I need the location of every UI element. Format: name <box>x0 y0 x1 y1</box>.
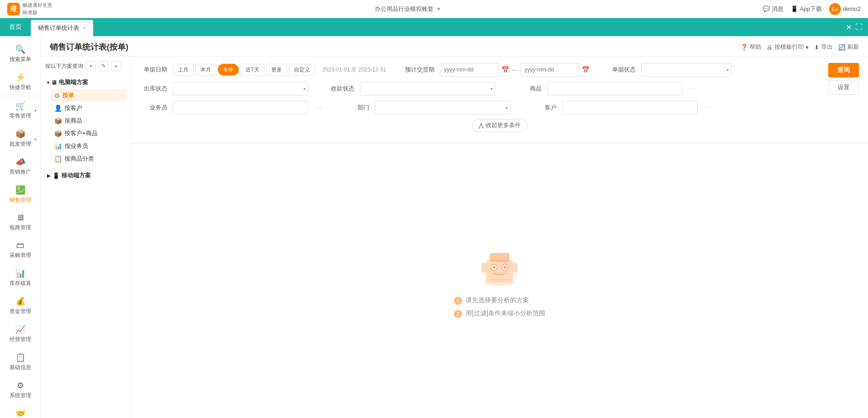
sidebar-item-corp[interactable]: 🤝 企业协同 <box>0 404 40 418</box>
delivery-select[interactable] <box>173 82 308 95</box>
sidebar-item-label: 系统管理 <box>9 392 31 399</box>
customer-label: 客户 <box>529 104 557 112</box>
panel-toolbar: 按以下方案查询 + ✎ « <box>45 61 126 71</box>
svg-rect-2 <box>490 253 509 262</box>
tree-pc-children: ⊙ 按单 👤 按客户 📦 按商品 📦 按客户+商品 <box>45 89 126 165</box>
collapse-btn[interactable]: ⋀ 收起更多条件 <box>472 119 528 132</box>
tree-group-pc: ▾ 🖥 电脑端方案 <box>45 76 126 89</box>
sidebar-item-ecom[interactable]: 🖥 电商管理 <box>0 209 40 236</box>
main-layout: 🔍 搜索菜单 ⚡ 快捷导航 🛒 零售管理 ▾ 📦 批发管理 ▴ 📣 营销推广 💹… <box>0 36 868 418</box>
page-actions: ❓ 帮助 🖨 按模板打印 ▾ ⬇ 导出 🔄 刷新 <box>741 43 859 51</box>
export-btn[interactable]: ⬇ 导出 <box>814 43 833 51</box>
basic-icon: 📋 <box>15 352 25 362</box>
page-header: 销售订单统计表(按单) ❓ 帮助 🖨 按模板打印 ▾ ⬇ 导出 🔄 刷新 <box>41 36 868 57</box>
payment-select[interactable] <box>360 82 495 95</box>
dept-select-wrap: ▾ <box>375 101 510 114</box>
message-btn[interactable]: 💬 消息 <box>763 5 783 13</box>
sidebar-item-label: 快捷导航 <box>9 84 31 91</box>
sidebar-item-basic[interactable]: 📋 基础信息 <box>0 348 40 376</box>
sidebar-item-search-menu[interactable]: 🔍 搜索菜单 <box>0 40 40 68</box>
retail-icon: 🛒 <box>15 101 25 111</box>
sidebar-item-system[interactable]: ⚙ 系统管理 <box>0 376 40 404</box>
dept-label: 部门 <box>342 104 369 112</box>
sidebar-item-retail[interactable]: 🛒 零售管理 ▾ <box>0 96 40 124</box>
salesman-input[interactable] <box>173 101 308 114</box>
ankehu-icon: 👤 <box>54 104 62 112</box>
sidebar-item-label: 批发管理 <box>9 140 31 148</box>
goods-input[interactable] <box>547 82 683 95</box>
calendar-icon-start: 📅 <box>501 66 509 73</box>
period-7days[interactable]: 近7天 <box>241 64 264 76</box>
ankehu-shangpin-icon: 📦 <box>54 130 62 137</box>
tree-item-anyewu[interactable]: 📊 按业务员 <box>51 140 126 152</box>
sidebar-item-label: 基础信息 <box>9 364 31 371</box>
user-menu[interactable]: Ea demo2 <box>829 3 861 15</box>
sidebar-item-quick-nav[interactable]: ⚡ 快捷导航 <box>0 68 40 96</box>
add-scheme-btn[interactable]: + <box>86 61 96 71</box>
sidebar-item-ops[interactable]: 📈 经营管理 <box>0 320 40 348</box>
help-btn[interactable]: ❓ 帮助 <box>741 43 761 51</box>
goods-more-icon[interactable]: ··· <box>688 85 698 93</box>
tab-active[interactable]: 销售订单统计表 × <box>31 20 93 36</box>
system-icon: ⚙ <box>17 380 24 390</box>
setting-button[interactable]: 设置 <box>828 80 859 95</box>
expected-date-end[interactable] <box>520 63 579 76</box>
refresh-btn[interactable]: 🔄 刷新 <box>838 43 859 51</box>
chevron-down-icon: ▾ <box>806 44 809 51</box>
tabbar-actions: ✕ ⛶ <box>846 23 868 32</box>
empty-tip-2: 2 用[过滤]条件来缩小分析范围 <box>454 309 545 318</box>
inner-layout: 按以下方案查询 + ✎ « ▾ 🖥 电脑端方案 ⊙ 按单 👤 <box>41 57 868 418</box>
logo-text: 畅捷通好生意 标准版 <box>23 2 52 16</box>
tree-item-anshangpin-category[interactable]: 📋 按商品分类 <box>51 152 126 165</box>
query-button[interactable]: 查询 <box>828 63 859 77</box>
export-icon: ⬇ <box>814 44 819 51</box>
panel-label: 按以下方案查询 <box>45 62 83 70</box>
tree-item-andan[interactable]: ⊙ 按单 <box>51 89 126 102</box>
status-label: 单据状态 <box>609 66 636 74</box>
sidebar-item-purchase[interactable]: 🗃 采购管理 <box>0 236 40 264</box>
period-prev-month[interactable]: 上月 <box>173 64 193 76</box>
mobile-group-icon: 📱 <box>52 172 60 179</box>
edit-scheme-btn[interactable]: ✎ <box>99 61 108 71</box>
status-select-wrap: ▾ <box>641 63 731 76</box>
sidebar: 🔍 搜索菜单 ⚡ 快捷导航 🛒 零售管理 ▾ 📦 批发管理 ▴ 📣 营销推广 💹… <box>0 36 41 418</box>
sidebar-item-wholesale[interactable]: 📦 批发管理 ▴ <box>0 124 40 152</box>
tab-home[interactable]: 首页 <box>0 18 31 36</box>
calendar-icon-end: 📅 <box>582 66 590 73</box>
app-download-btn[interactable]: 📱 App下载 <box>791 5 822 13</box>
status-select[interactable] <box>641 63 731 76</box>
salesman-more-icon[interactable]: ··· <box>314 104 323 112</box>
filter-row-1: 单据日期 上月 本月 本年 近7天 更多 自定义 2023-01-01 至 20… <box>140 63 821 76</box>
sidebar-item-label: 资金管理 <box>9 308 31 315</box>
goods-label: 商品 <box>514 85 542 93</box>
anyewu-icon: 📊 <box>54 142 62 150</box>
pc-group-icon: 🖥 <box>51 79 57 86</box>
collapse-panel-btn[interactable]: « <box>111 61 121 71</box>
tip-num-2: 2 <box>454 310 462 318</box>
template-print-btn[interactable]: 🖨 按模板打印 ▾ <box>767 43 809 51</box>
period-this-year[interactable]: 本年 <box>218 64 239 76</box>
sidebar-item-marketing[interactable]: 📣 营销推广 <box>0 152 40 180</box>
sidebar-item-label: 销售管理 <box>9 196 31 204</box>
window-expand-btn[interactable]: ⛶ <box>855 23 863 31</box>
period-custom[interactable]: 自定义 <box>289 64 315 76</box>
expected-date-start[interactable] <box>440 63 499 76</box>
customer-more-icon[interactable]: ··· <box>703 104 712 112</box>
sidebar-item-inventory[interactable]: 📊 库存核算 <box>0 264 40 292</box>
sidebar-item-finance[interactable]: 💰 资金管理 <box>0 292 40 320</box>
period-more[interactable]: 更多 <box>266 64 287 76</box>
expand-icon: ▾ <box>47 80 49 85</box>
tree-item-ankehu-shangpin[interactable]: 📦 按客户+商品 <box>51 127 126 140</box>
collapse-icon: ⋀ <box>479 122 484 129</box>
sidebar-item-sales[interactable]: 💹 销售管理 <box>0 180 40 209</box>
period-this-month[interactable]: 本月 <box>195 64 216 76</box>
window-close-btn[interactable]: ✕ <box>846 23 852 32</box>
dept-select[interactable] <box>375 101 510 114</box>
search-menu-icon: 🔍 <box>15 44 25 54</box>
workspace-arrow[interactable]: ▾ <box>437 5 440 12</box>
topbar-center: 办公用品行业模拟账套 ▾ <box>375 5 440 13</box>
tree-item-ankehu[interactable]: 👤 按客户 <box>51 102 126 114</box>
tree-item-anshangpin[interactable]: 📦 按商品 <box>51 114 126 127</box>
customer-input[interactable] <box>562 101 698 114</box>
tab-close-btn[interactable]: × <box>83 25 86 31</box>
